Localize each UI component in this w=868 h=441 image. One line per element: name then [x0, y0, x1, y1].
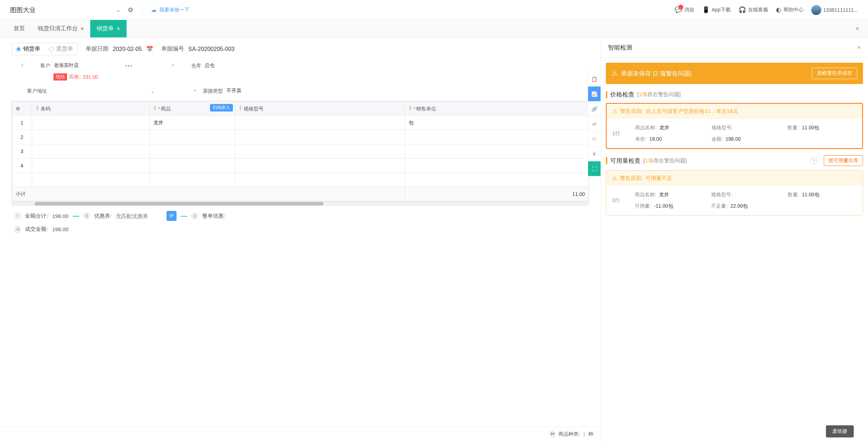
close-icon[interactable]: × [117, 26, 120, 32]
deal-value: 198.00 [52, 226, 68, 232]
cell-spec[interactable] [235, 173, 405, 187]
col-product[interactable]: ▲▼*商品扫码录入 [149, 102, 235, 116]
radio-sale[interactable]: 销货单 [16, 45, 40, 53]
smart-check-panel: 智能检测 × ⚠ 单据未保存 [2 项警告问题] 忽略警告并保存 价格检查 [1… [601, 38, 868, 441]
user-menu[interactable]: 13381111111... [811, 5, 858, 15]
cell-barcode[interactable] [32, 159, 150, 173]
tabs-bar: 首页 钱货日清工作台 × 销货单 × × [0, 20, 868, 38]
cell-barcode[interactable] [32, 116, 150, 130]
stock-warning-detail: 1行 商品名称:龙井 规格型号: 数量:11.00包 可用量:-11.00包 不… [606, 186, 863, 215]
form-row-2: 客户地址 ⌄ * 票据类型 不开票 [0, 84, 601, 98]
col-unit-label: 销售单位 [416, 106, 436, 111]
radio-return[interactable]: 退货单 [49, 45, 73, 53]
row-num [12, 173, 32, 187]
experience-link[interactable]: ☁ 我要体验一下 [151, 6, 189, 13]
tab-sales-order[interactable]: 销货单 × [90, 20, 126, 37]
panel-close-button[interactable]: × [857, 44, 861, 51]
close-all-tabs[interactable]: × [847, 25, 868, 33]
price-check-sub: [1项存在警告问题] [637, 91, 681, 98]
company-selector[interactable]: 图图大业 ⌄ [10, 6, 121, 14]
price-check-header: 价格检查 [1项存在警告问题] [606, 90, 863, 99]
left-pane: 销货单 退货单 单据日期 2020-02-05 📅 单据编号 SA-202002… [0, 38, 601, 441]
tab-home[interactable]: 首页 [7, 20, 31, 37]
kv-qty-v: 11.00包 [802, 192, 820, 198]
table-row[interactable]: 3 [12, 144, 589, 159]
horizontal-scrollbar[interactable] [11, 202, 589, 206]
cell-product[interactable] [149, 144, 235, 159]
help-icon[interactable]: ? [810, 157, 817, 164]
help-center-link[interactable]: ◐ 帮助中心 [776, 6, 803, 14]
side-icon-expand[interactable]: ⛶ [588, 161, 601, 176]
row-num: 1 [12, 116, 32, 130]
cell-barcode[interactable] [32, 144, 150, 159]
trash-button[interactable]: 废纸篓 [826, 425, 854, 437]
cell-product[interactable] [149, 159, 235, 173]
chevron-down-icon[interactable]: ⌄ [150, 88, 155, 94]
kv-qty-k: 数量: [788, 192, 799, 198]
warehouse-field[interactable]: * 仓库 总仓 [172, 61, 269, 71]
ignore-save-button[interactable]: 忽略警告并保存 [812, 68, 857, 79]
table-row[interactable] [12, 173, 589, 187]
ship-by-available-button[interactable]: 按可用量出库 [824, 155, 863, 166]
calendar-icon[interactable]: 📅 [146, 46, 153, 52]
minus-icon: — [181, 212, 187, 220]
detail-grid: 商品名称:龙井 规格型号: 数量:11.00包 单价:18.00 金额:198.… [635, 125, 857, 142]
close-icon[interactable]: × [81, 26, 84, 32]
cell-unit[interactable]: 包 [405, 116, 588, 130]
cell-unit[interactable] [405, 173, 588, 187]
price-check-section: 价格检查 [1项存在警告问题] ⚠ 警告原因: 你上次与该客户交易价格21，本次… [606, 90, 863, 149]
top-header: 图图大业 ⌄ ⚙ ☁ 我要体验一下 💬 … 消息 📱 App下载 🎧 在线客服 … [0, 0, 868, 20]
cell-product[interactable] [149, 130, 235, 144]
settings-icon[interactable]: ⚙ [128, 6, 133, 14]
table-row[interactable]: 1龙井包 [12, 116, 589, 130]
footer-kind-count: 1 [583, 431, 586, 437]
invoice-label: 票据类型 [197, 88, 223, 94]
doc-number-value: SA-20200205-003 [188, 46, 235, 52]
cell-product[interactable] [149, 173, 235, 187]
cell-spec[interactable] [235, 144, 405, 159]
app-download-link[interactable]: 📱 App下载 [702, 6, 731, 14]
messages-link[interactable]: 💬 … 消息 [675, 6, 694, 14]
side-icon-exchange[interactable]: ⇄ [588, 116, 601, 131]
side-icon-list[interactable]: 📋 [588, 72, 601, 87]
col-spec[interactable]: ▲▼规格型号 [235, 102, 405, 116]
cell-product[interactable]: 龙井 [149, 116, 235, 130]
table-row[interactable]: 4 [12, 159, 589, 173]
cell-spec[interactable] [235, 159, 405, 173]
cell-unit[interactable] [405, 144, 588, 159]
side-icon-chart[interactable]: 📈 [588, 87, 601, 102]
side-icon-yen[interactable]: ¥ [588, 146, 601, 161]
coupon-input[interactable] [116, 213, 162, 219]
divider [142, 5, 142, 15]
cell-spec[interactable] [235, 116, 405, 130]
banner-text: 单据未保存 [2 项警告问题] [621, 69, 812, 78]
cell-unit[interactable] [405, 130, 588, 144]
scan-input-button[interactable]: 扫码录入 [210, 104, 233, 111]
kv-amount-v: 198.00 [726, 136, 741, 142]
cell-barcode[interactable] [32, 130, 150, 144]
customer-field[interactable]: * 客户 老张茶叶店 ••• [21, 61, 133, 71]
doc-date-field[interactable]: 单据日期 2020-02-05 📅 [86, 45, 153, 53]
cell-spec[interactable] [235, 130, 405, 144]
more-icon[interactable]: ••• [125, 63, 133, 69]
col-barcode[interactable]: ▲▼条码 [32, 102, 150, 116]
side-icon-link[interactable]: 🔗 [588, 102, 601, 116]
side-icon-user[interactable]: ⚇ [588, 131, 601, 146]
radio-dot-icon [16, 47, 21, 52]
online-service-link[interactable]: 🎧 在线客服 [739, 6, 768, 14]
tab-workbench[interactable]: 钱货日清工作台 × [31, 20, 90, 37]
address-field[interactable]: 客户地址 ⌄ [21, 88, 155, 94]
table-row[interactable]: 2 [12, 130, 589, 144]
customer-value: 老张茶叶店 [54, 61, 118, 71]
col-unit[interactable]: ▲▼*销售单位 [405, 102, 588, 116]
footer-kind: 种 商品种类: 1 种 [549, 431, 593, 437]
stock-check-title: 可用量检查 [610, 157, 640, 165]
row-num: 2 [12, 130, 32, 144]
cell-unit[interactable] [405, 159, 588, 173]
refresh-coupon-button[interactable]: ⟳ [167, 211, 177, 221]
cell-barcode[interactable] [32, 173, 150, 187]
invoice-field[interactable]: * 票据类型 不开票 [194, 86, 291, 96]
warning-icon: ⚠ [612, 69, 617, 77]
table-settings-header[interactable]: ⚙ [12, 102, 32, 116]
scrollbar-thumb[interactable] [35, 202, 323, 206]
